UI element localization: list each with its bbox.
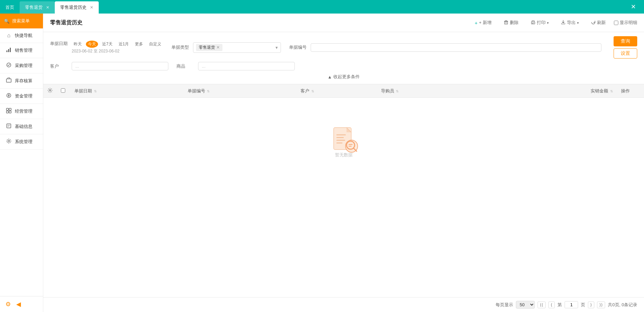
new-button[interactable]: + + 新增: [471, 18, 496, 28]
page-unit: 页: [581, 302, 585, 308]
doc-type-filter: 单据类型 零售退货 ✕ ▾: [171, 42, 281, 53]
amount-sort-icon[interactable]: ⇅: [610, 89, 613, 93]
sidebar-item-system-label: 系统管理: [15, 139, 32, 145]
tab-retail-return-history-close[interactable]: ✕: [90, 5, 93, 10]
refresh-button[interactable]: 刷新: [587, 18, 610, 28]
svg-rect-26: [349, 144, 353, 145]
per-page-select[interactable]: 10 20 50 100: [516, 301, 535, 309]
date-options-group: 昨天 今天 近7天 近1月 更多 自定义 2023-06-02 至 2023-0…: [72, 41, 163, 54]
export-icon: [561, 20, 566, 26]
collapse-button[interactable]: ▲ 收起更多条件: [328, 74, 360, 80]
print-button[interactable]: 打印 ▾: [527, 18, 553, 28]
svg-rect-8: [6, 111, 8, 113]
col-checkbox[interactable]: [57, 84, 70, 98]
date-btn-yesterday[interactable]: 昨天: [72, 41, 84, 48]
settings-icon[interactable]: ⚙: [5, 300, 11, 308]
svg-rect-19: [336, 134, 346, 135]
sidebar-item-quick-nav[interactable]: ⌂ 快捷导航: [0, 28, 43, 43]
col-spacer: [474, 84, 504, 98]
finance-icon: [5, 93, 12, 99]
search-menu-button[interactable]: 🔍 搜索菜单: [0, 14, 43, 28]
doc-type-tag: 零售退货 ✕: [196, 44, 222, 51]
customer-input[interactable]: [72, 62, 168, 70]
export-label: 导出: [567, 20, 576, 26]
date-filter: 单据日期 昨天 今天 近7天 近1月 更多 自定义 2023-06-02 至 2…: [50, 41, 163, 54]
collapse-sidebar-icon[interactable]: ◀: [16, 300, 21, 308]
sidebar-item-purchase-label: 采购管理: [15, 63, 32, 69]
doc-date-sort-icon[interactable]: ⇅: [94, 89, 97, 93]
page-first-button[interactable]: ⟨⟨: [538, 302, 546, 308]
setting-button[interactable]: 设置: [614, 48, 637, 59]
page-title: 零售退货历史: [50, 19, 82, 26]
customer-sort-icon[interactable]: ⇅: [311, 89, 314, 93]
date-btn-custom[interactable]: 自定义: [147, 41, 163, 48]
doc-type-tag-close[interactable]: ✕: [216, 45, 220, 50]
svg-rect-21: [336, 140, 345, 141]
sidebar-item-inventory[interactable]: 库存核算: [0, 73, 43, 89]
guide-sort-icon[interactable]: ⇅: [396, 89, 399, 93]
topbar-right: ✕: [628, 3, 644, 10]
query-button[interactable]: 查询: [614, 36, 637, 46]
page-next-button[interactable]: ⟩: [588, 302, 594, 308]
svg-rect-9: [9, 111, 11, 113]
tab-retail-return-label: 零售退货: [25, 4, 43, 10]
doc-type-dropdown-icon[interactable]: ▾: [276, 45, 278, 50]
sidebar-item-quick-nav-label: 快捷导航: [15, 32, 32, 39]
tab-retail-return-history[interactable]: 零售退货历史 ✕: [55, 1, 99, 14]
date-btn-more[interactable]: 更多: [133, 41, 145, 48]
doc-type-field[interactable]: 零售退货 ✕ ▾: [193, 42, 281, 53]
date-filter-label: 单据日期: [50, 41, 69, 47]
col-ops: 操作: [617, 84, 644, 98]
doc-number-input[interactable]: [311, 43, 601, 52]
sidebar-item-system-mgmt[interactable]: 系统管理: [0, 134, 43, 150]
new-icon: +: [475, 20, 478, 26]
column-settings-icon[interactable]: [47, 89, 53, 94]
collapse-up-icon: ▲: [328, 74, 332, 80]
doc-number-sort-icon[interactable]: ⇅: [207, 89, 210, 93]
sidebar-item-sales-label: 销售管理: [15, 47, 32, 53]
sales-mgmt-icon: [5, 47, 12, 54]
print-label: 打印: [537, 20, 546, 26]
empty-illustration: [330, 125, 357, 152]
sidebar-item-sales-mgmt[interactable]: 销售管理: [0, 43, 43, 58]
export-button[interactable]: 导出 ▾: [557, 18, 583, 28]
col-guide: 导购员 ⇅: [377, 84, 474, 98]
table-area: 单据日期 ⇅ 单据编号 ⇅ 客户 ⇅ 导购员 ⇅: [43, 84, 644, 297]
date-btn-7days[interactable]: 近7天: [100, 41, 115, 48]
system-mgmt-icon: [5, 138, 12, 145]
show-detail-label[interactable]: 显示明细: [614, 20, 637, 26]
date-btn-today[interactable]: 今天: [86, 41, 98, 48]
date-btn-1month[interactable]: 近1月: [117, 41, 131, 48]
delete-button[interactable]: 删除: [500, 18, 523, 28]
col-amount: 实销金额 ⇅: [504, 84, 617, 98]
refresh-icon: [591, 20, 596, 26]
svg-rect-0: [6, 50, 7, 52]
search-menu-icon: 🔍: [4, 19, 9, 24]
sidebar-item-finance[interactable]: 资金管理: [0, 89, 43, 104]
page-last-button[interactable]: ⟩⟩: [597, 302, 605, 308]
sidebar-item-purchase-mgmt[interactable]: 采购管理: [0, 58, 43, 73]
col-doc-number-label: 单据编号: [188, 88, 205, 93]
show-detail-text: 显示明细: [620, 20, 637, 26]
page-prev-button[interactable]: ⟨: [548, 302, 555, 308]
tab-home[interactable]: 首页: [0, 1, 20, 14]
tab-retail-return-close[interactable]: ✕: [46, 5, 49, 10]
col-customer-label: 客户: [301, 88, 309, 93]
col-amount-label: 实销金额: [591, 88, 608, 93]
page-header: 零售退货历史 + + 新增 删除 打印 ▾: [43, 14, 644, 32]
inventory-icon: [5, 77, 12, 84]
svg-rect-10: [7, 124, 11, 128]
doc-number-label: 单据编号: [289, 44, 308, 50]
sidebar-item-basic-info[interactable]: 基础信息: [0, 119, 43, 134]
doc-type-tag-text: 零售退货: [199, 45, 215, 50]
show-detail-checkbox[interactable]: [614, 21, 618, 25]
select-all-checkbox[interactable]: [61, 88, 65, 93]
goods-input[interactable]: [198, 62, 295, 70]
svg-rect-27: [349, 146, 352, 147]
svg-rect-15: [532, 23, 534, 23]
tab-retail-return[interactable]: 零售退货 ✕: [20, 1, 55, 14]
page-number-input[interactable]: [565, 301, 578, 308]
quick-nav-icon: ⌂: [5, 32, 12, 39]
window-close-button[interactable]: ✕: [628, 3, 639, 10]
sidebar-item-operations[interactable]: 经营管理: [0, 104, 43, 119]
